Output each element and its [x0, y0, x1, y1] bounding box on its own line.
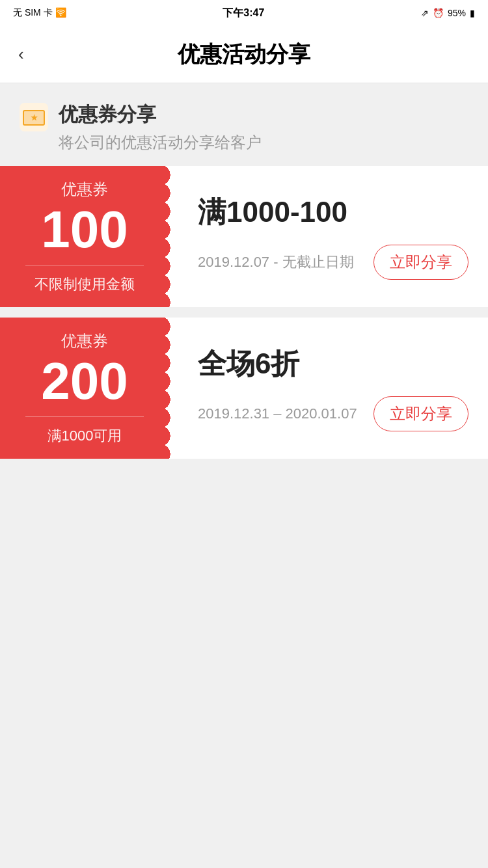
- empty-area: [0, 495, 488, 860]
- alarm-icon: ⏰: [433, 8, 444, 18]
- back-button[interactable]: ‹: [18, 44, 24, 64]
- coupon-meta-0: 2019.12.07 - 无截止日期 立即分享: [198, 245, 468, 280]
- battery-icon: ▮: [470, 8, 475, 18]
- status-right: ⇗ ⏰ 95% ▮: [421, 8, 475, 18]
- coupon-condition-0: 不限制使用金额: [34, 275, 135, 294]
- status-left: 无 SIM 卡 🛜: [13, 7, 66, 19]
- coupon-meta-1: 2019.12.31 – 2020.01.07 立即分享: [198, 396, 468, 431]
- share-button-0[interactable]: 立即分享: [373, 245, 468, 280]
- battery-label: 95%: [448, 8, 466, 18]
- coupon-left-0: 优惠券 100 不限制使用金额: [0, 166, 169, 307]
- location-icon: ⇗: [421, 8, 429, 18]
- coupon-name-1: 全场6折: [198, 345, 468, 383]
- coupon-left-1: 优惠券 200 满1000可用: [0, 318, 169, 459]
- section-header: ★ 优惠券分享 将公司的优惠活动分享给客户: [0, 83, 488, 166]
- page-title: 优惠活动分享: [178, 40, 310, 70]
- coupon-date-0: 2019.12.07 - 无截止日期: [198, 252, 363, 272]
- coupon-right-1: 全场6折 2019.12.31 – 2020.01.07 立即分享: [169, 318, 488, 459]
- coupon-amount-1: 200: [41, 355, 128, 407]
- coupon-divider-1: [25, 416, 144, 417]
- nav-bar: ‹ 优惠活动分享: [0, 26, 488, 83]
- coupon-right-0: 满1000-100 2019.12.07 - 无截止日期 立即分享: [169, 166, 488, 307]
- coupon-card-0: 优惠券 100 不限制使用金额 满1000-100 2019.12.07 - 无…: [0, 166, 488, 307]
- sim-label: 无 SIM 卡 🛜: [13, 7, 66, 19]
- section-text: 优惠券分享 将公司的优惠活动分享给客户: [59, 102, 262, 153]
- coupon-share-icon: ★: [20, 103, 48, 131]
- section-title: 优惠券分享: [59, 102, 262, 128]
- coupon-condition-1: 满1000可用: [47, 426, 122, 446]
- status-time: 下午3:47: [223, 7, 264, 20]
- coupon-tag-1: 优惠券: [61, 331, 108, 351]
- coupons-list: 优惠券 100 不限制使用金额 满1000-100 2019.12.07 - 无…: [0, 166, 488, 495]
- coupon-amount-0: 100: [41, 204, 128, 256]
- coupon-date-1: 2019.12.31 – 2020.01.07: [198, 405, 363, 422]
- coupon-card-1: 优惠券 200 满1000可用 全场6折 2019.12.31 – 2020.0…: [0, 318, 488, 459]
- coupon-tag-0: 优惠券: [61, 179, 108, 200]
- share-button-1[interactable]: 立即分享: [373, 396, 468, 431]
- section-subtitle: 将公司的优惠活动分享给客户: [59, 132, 262, 153]
- status-bar: 无 SIM 卡 🛜 下午3:47 ⇗ ⏰ 95% ▮: [0, 0, 488, 26]
- coupon-divider-0: [25, 265, 144, 265]
- svg-text:★: ★: [31, 113, 38, 122]
- coupon-name-0: 满1000-100: [198, 193, 468, 232]
